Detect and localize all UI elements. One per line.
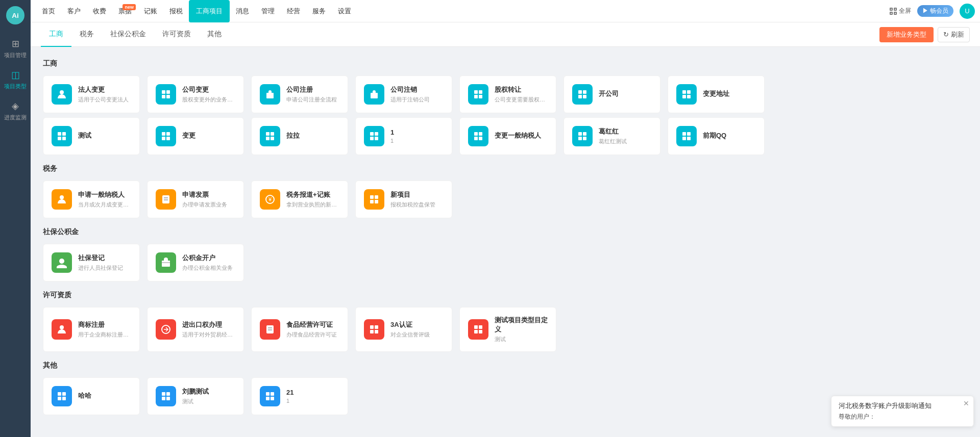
card-import-export[interactable]: 进出口权办理 适用于对外贸易经营者 (147, 307, 244, 352)
card-import-export-icon (156, 319, 176, 340)
svg-rect-67 (266, 325, 274, 333)
svg-rect-79 (62, 392, 66, 396)
svg-rect-49 (682, 132, 686, 136)
tab-other[interactable]: 其他 (199, 22, 230, 47)
svg-rect-17 (578, 90, 582, 94)
sidebar-item-project-manage[interactable]: ⊞ 项目管理 (0, 33, 31, 64)
card-new-project[interactable]: 新项目 报税加税控盘保管 (355, 181, 452, 218)
card-test-project-type[interactable]: 测试项目类型目定义 测试 (459, 307, 556, 352)
svg-rect-59 (370, 195, 374, 199)
refresh-button[interactable]: ↻ 刷新 (938, 27, 970, 42)
svg-rect-38 (375, 132, 378, 136)
card-social-register-text: 社保登记 进行人员社保登记 (78, 253, 131, 272)
tab-tax[interactable]: 税务 (71, 22, 102, 47)
vip-icon: ▶ (922, 7, 928, 14)
card-mohonghong[interactable]: 葛红红 葛红红测试 (564, 117, 660, 155)
sidebar-item-progress-monitor-label: 进度监测 (4, 114, 27, 121)
svg-rect-16 (479, 95, 482, 98)
card-num21[interactable]: 21 1 (251, 377, 348, 415)
card-apply-general-tax[interactable]: 申请一般纳税人 当月或次月成变更完成 (43, 181, 140, 218)
card-pre-qq[interactable]: 前期QQ (668, 117, 765, 155)
svg-rect-74 (474, 325, 478, 329)
card-num21-icon (260, 386, 280, 406)
card-test-text: 测试 (78, 131, 131, 142)
card-change2-icon (156, 126, 176, 146)
fullscreen-btn[interactable]: 全屏 (890, 7, 911, 15)
card-open-company[interactable]: 开公司 (564, 75, 660, 113)
card-change2[interactable]: 变更 (147, 117, 244, 155)
card-3a-cert[interactable]: 3A认证 对企业信誉评级 (355, 307, 452, 352)
card-trademark[interactable]: 商标注册 用于企业商标注册服务 (43, 307, 140, 352)
card-food-permit[interactable]: 食品经营许可证 办理食品经营许可证 (251, 307, 348, 352)
svg-rect-62 (375, 200, 378, 203)
nav-accounting[interactable]: 记账 (138, 0, 163, 22)
nav-settings[interactable]: 设置 (332, 0, 357, 22)
card-equity-transfer[interactable]: 股权转让 公司变更需要股权转让 (459, 75, 556, 113)
card-company-cancel[interactable]: 公司注销 适用于注销公司 (355, 75, 452, 113)
svg-point-6 (60, 90, 64, 94)
nav-invoice[interactable]: 票据 new (112, 0, 138, 22)
svg-rect-86 (266, 392, 270, 396)
svg-rect-14 (479, 90, 482, 94)
nav-billing[interactable]: 收费 (87, 0, 112, 22)
tab-industry[interactable]: 工商 (41, 22, 71, 47)
card-num1-icon (364, 126, 384, 146)
card-social-register[interactable]: 社保登记 进行人员社保登记 (43, 244, 140, 281)
nav-tax[interactable]: 报税 (163, 0, 189, 22)
card-change-tax[interactable]: 变更一般纳税人 (459, 117, 556, 155)
card-change-tax-icon (468, 126, 488, 146)
card-pre-qq-text: 前期QQ (703, 131, 756, 142)
card-liupeng-test[interactable]: 刘鹏测试 测试 (147, 377, 244, 415)
card-lala[interactable]: 拉拉 (251, 117, 348, 155)
svg-rect-77 (479, 330, 482, 333)
new-type-button[interactable]: 新增业务类型 (879, 27, 934, 42)
notification-close-button[interactable]: ✕ (963, 399, 969, 407)
industry-section-title: 工商 (43, 59, 968, 68)
nav-home[interactable]: 首页 (36, 0, 61, 22)
svg-rect-52 (687, 137, 691, 140)
card-fund-open[interactable]: 公积金开户 办理公积金相关业务 (147, 244, 244, 281)
card-apply-general-tax-icon (52, 189, 72, 210)
nav-customer[interactable]: 客户 (61, 0, 87, 22)
svg-rect-19 (578, 95, 582, 98)
progress-monitor-icon: ◈ (12, 100, 19, 112)
nav-service[interactable]: 服务 (306, 0, 332, 22)
tab-social[interactable]: 社保公积金 (102, 22, 154, 47)
nav-operation[interactable]: 经营 (281, 0, 306, 22)
svg-rect-40 (375, 137, 378, 140)
svg-rect-85 (166, 397, 170, 400)
card-tax-report[interactable]: ¥ 税务报道+记账 拿到营业执照的新公司 (251, 181, 348, 218)
vip-button[interactable]: ▶ 畅会员 (917, 5, 953, 17)
user-avatar[interactable]: U (960, 4, 975, 19)
card-test[interactable]: 测试 (43, 117, 140, 155)
nav-message[interactable]: 消息 (230, 0, 255, 22)
sidebar-item-project-type[interactable]: ◫ 项目类型 (0, 64, 31, 95)
svg-point-53 (60, 195, 64, 199)
svg-rect-12 (371, 93, 378, 98)
card-legal-change[interactable]: 法人变更 适用于公司变更法人 (43, 75, 140, 113)
project-manage-icon: ⊞ (12, 38, 19, 49)
nav-manage[interactable]: 管理 (255, 0, 281, 22)
nav-industry[interactable]: 工商项目 (189, 0, 230, 22)
svg-rect-75 (479, 325, 482, 329)
card-company-register[interactable]: 公司注册 申请公司注册全流程 (251, 75, 348, 113)
svg-rect-25 (58, 132, 61, 136)
svg-rect-37 (370, 132, 374, 136)
topnav-right: 全屏 ▶ 畅会员 U (890, 4, 975, 19)
svg-rect-72 (370, 330, 374, 333)
card-apply-invoice[interactable]: 申请发票 办理申请发票业务 (147, 181, 244, 218)
svg-rect-30 (166, 132, 170, 136)
svg-rect-4 (890, 12, 892, 14)
card-3a-cert-text: 3A认证 对企业信誉评级 (390, 320, 444, 339)
card-open-company-icon (572, 84, 593, 105)
svg-point-65 (60, 325, 64, 329)
card-change-address[interactable]: 变更地址 (668, 75, 765, 113)
card-haha[interactable]: 哈哈 (43, 377, 140, 415)
svg-text:¥: ¥ (268, 196, 272, 202)
card-new-project-icon (364, 189, 384, 210)
card-company-change[interactable]: 公司变更 股权变更外的业务变更 (147, 75, 244, 113)
sidebar-item-progress-monitor[interactable]: ◈ 进度监测 (0, 95, 31, 126)
card-num1[interactable]: 1 1 (355, 117, 452, 155)
tab-permit[interactable]: 许可资质 (154, 22, 199, 47)
card-haha-text: 哈哈 (78, 391, 131, 402)
